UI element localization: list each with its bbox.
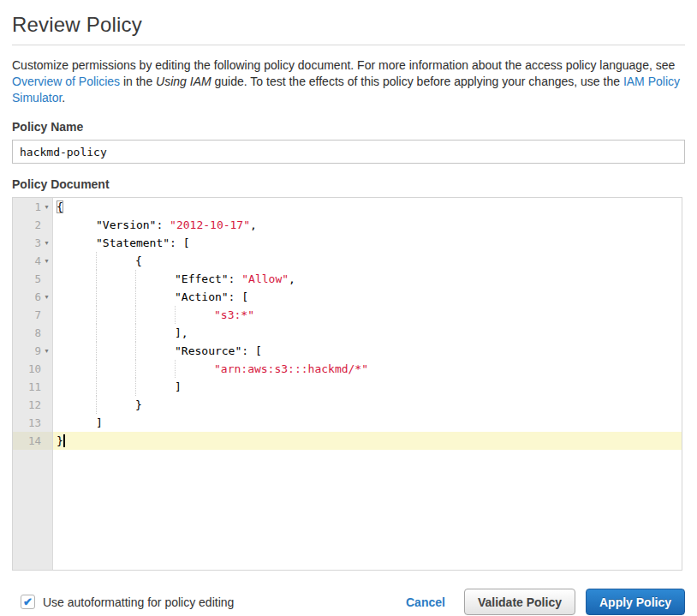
- gutter-line-14: 14: [13, 432, 52, 450]
- code-line-text: "s3:*": [53, 306, 682, 324]
- apply-policy-button[interactable]: Apply Policy: [586, 589, 685, 615]
- indent-guide: [135, 306, 136, 324]
- code-token: ]: [175, 380, 182, 393]
- code-line-text: ]: [53, 414, 682, 432]
- policy-document-editor[interactable]: 1▾23▾4▾56▾789▾1011121314 {"Version": "20…: [12, 197, 682, 571]
- indent-guide: [135, 360, 136, 378]
- code-token: "Resource": [: [175, 344, 262, 357]
- gutter-line-7: 7: [13, 306, 52, 324]
- editor-gutter: 1▾23▾4▾56▾789▾1011121314: [13, 198, 53, 570]
- text-cursor: [63, 434, 65, 447]
- code-line-2: "Version": "2012-10-17",: [53, 216, 682, 234]
- gutter-line-8: 8: [13, 324, 52, 342]
- line-number: 14: [28, 432, 41, 450]
- code-token: ,: [250, 218, 257, 231]
- policy-name-label: Policy Name: [12, 120, 685, 134]
- footer-bar: ✔ Use autoformatting for policy editing …: [12, 589, 685, 615]
- code-token: "Version":: [96, 218, 170, 231]
- line-number: 4: [34, 252, 41, 270]
- validate-policy-button[interactable]: Validate Policy: [464, 589, 575, 615]
- policy-name-input[interactable]: [12, 140, 685, 164]
- code-token: }: [57, 434, 63, 447]
- intro-text-segment: .: [62, 91, 65, 105]
- gutter-line-9: 9▾: [13, 342, 52, 360]
- code-line-text: "arn:aws:s3:::hackmd/*": [53, 360, 682, 378]
- indent-guide: [96, 270, 97, 288]
- code-token: "Effect":: [175, 272, 241, 285]
- intro-text-segment: guide. To test the effects of this polic…: [211, 75, 623, 88]
- gutter-line-5: 5: [13, 270, 52, 288]
- code-line-9: "Resource": [: [53, 342, 682, 360]
- intro-text-segment: in the: [120, 75, 156, 88]
- gutter-line-2: 2: [13, 216, 52, 234]
- code-line-text: "Action": [: [53, 288, 682, 306]
- gutter-line-12: 12: [13, 396, 52, 414]
- gutter-line-3: 3▾: [13, 234, 52, 252]
- gutter-line-1: 1▾: [13, 198, 52, 216]
- indent-guide: [175, 360, 176, 378]
- fold-toggle-icon[interactable]: ▾: [41, 288, 52, 306]
- indent-guide: [96, 378, 97, 396]
- overview-of-policies-link[interactable]: Overview of Policies: [12, 75, 120, 88]
- intro-text-segment: Customize permissions by editing the fol…: [12, 58, 675, 72]
- autoformat-option[interactable]: ✔ Use autoformatting for policy editing: [21, 595, 234, 609]
- code-line-text: {: [53, 198, 682, 216]
- indent-guide: [135, 342, 136, 360]
- code-line-text: ]: [53, 378, 682, 396]
- autoformat-label: Use autoformatting for policy editing: [43, 595, 234, 609]
- fold-toggle-icon[interactable]: ▾: [41, 252, 52, 270]
- cancel-link[interactable]: Cancel: [406, 595, 445, 609]
- line-number: 7: [34, 306, 41, 324]
- code-line-11: ]: [53, 378, 682, 396]
- intro-text: Customize permissions by editing the fol…: [12, 57, 685, 106]
- indent-guide: [135, 270, 136, 288]
- line-number: 9: [34, 342, 41, 360]
- code-token: }: [135, 398, 142, 411]
- page-title: Review Policy: [12, 13, 685, 37]
- code-token: {: [135, 254, 142, 267]
- title-divider: [12, 45, 685, 45]
- code-line-text: "Effect": "Allow",: [53, 270, 682, 288]
- gutter-line-10: 10: [13, 360, 52, 378]
- indent-guide: [96, 288, 97, 306]
- line-number: 2: [34, 216, 41, 234]
- fold-toggle-icon[interactable]: ▾: [41, 234, 52, 252]
- code-string-value: "s3:*": [214, 308, 254, 321]
- code-line-14: }: [53, 432, 682, 450]
- line-number: 5: [34, 270, 41, 288]
- code-line-5: "Effect": "Allow",: [53, 270, 682, 288]
- code-line-text: }: [53, 396, 682, 414]
- code-line-8: ],: [53, 324, 682, 342]
- code-line-text: "Version": "2012-10-17",: [53, 216, 682, 234]
- line-number: 8: [34, 324, 41, 342]
- fold-toggle-icon[interactable]: ▾: [41, 198, 52, 216]
- line-number: 1: [34, 198, 41, 216]
- code-token: ]: [96, 416, 103, 429]
- indent-guide: [96, 396, 97, 414]
- indent-guide: [96, 360, 97, 378]
- line-number: 12: [28, 396, 41, 414]
- code-token: ,: [289, 272, 295, 285]
- code-token: "Statement": [: [96, 236, 190, 249]
- editor-code-area[interactable]: {"Version": "2012-10-17","Statement": [{…: [53, 198, 682, 570]
- indent-guide: [135, 378, 136, 396]
- code-token: {: [57, 200, 63, 213]
- code-line-4: {: [53, 252, 682, 270]
- line-number: 13: [28, 414, 41, 432]
- indent-guide: [175, 306, 176, 324]
- indent-guide: [96, 324, 97, 342]
- code-line-13: ]: [53, 414, 682, 432]
- gutter-line-6: 6▾: [13, 288, 52, 306]
- footer-actions: Cancel Validate Policy Apply Policy: [406, 589, 685, 615]
- code-token: ],: [175, 326, 188, 339]
- indent-guide: [96, 306, 97, 324]
- gutter-line-4: 4▾: [13, 252, 52, 270]
- code-line-10: "arn:aws:s3:::hackmd/*": [53, 360, 682, 378]
- autoformat-checkbox[interactable]: ✔: [21, 595, 35, 609]
- code-line-text: "Statement": [: [53, 234, 682, 252]
- fold-toggle-icon[interactable]: ▾: [41, 342, 52, 360]
- indent-guide: [96, 252, 97, 270]
- indent-guide: [96, 342, 97, 360]
- intro-italic-text: Using IAM: [156, 75, 211, 88]
- code-line-text: "Resource": [: [53, 342, 682, 360]
